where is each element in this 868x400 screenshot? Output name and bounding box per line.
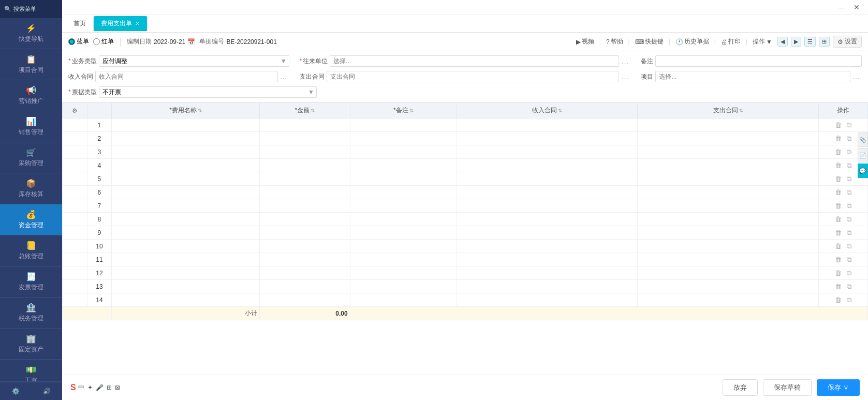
sidebar-item-finance[interactable]: 💰 资金管理 [0,204,62,235]
cell-expense-contract-4[interactable] [638,159,818,172]
cell-remark-5[interactable] [350,172,457,186]
cell-remark-13[interactable] [350,280,457,293]
biz-type-select[interactable]: ▼ [99,55,289,67]
th-expense-contract[interactable]: 支出合同 ⇅ [638,103,818,118]
cell-remark-4[interactable] [350,159,457,172]
discard-button[interactable]: 放弃 [723,379,758,396]
sidebar-item-inventory[interactable]: 📦 库存核算 [0,173,62,204]
copy-row-btn-14[interactable]: ⧉ [845,296,853,304]
counterpart-input[interactable] [330,55,619,67]
cell-income-contract-14[interactable] [457,293,638,307]
cell-expense-contract-13[interactable] [638,280,818,293]
cell-expense-contract-8[interactable] [638,213,818,226]
cell-remark-7[interactable] [350,199,457,213]
sidebar-item-invoice[interactable]: 🧾 发票管理 [0,266,62,298]
settings-btn[interactable]: ⚙ 设置 [833,36,862,48]
sidebar-settings-btn[interactable]: ⚙️ [0,382,31,400]
save-draft-button[interactable]: 保存草稿 [763,379,812,396]
th-gear[interactable]: ⚙ [63,103,87,118]
cell-expense-name-10[interactable] [112,240,260,253]
float-btn-1[interactable]: 📎 [858,132,868,147]
project-more-btn[interactable]: … [850,72,862,81]
history-btn[interactable]: 🕐 历史单据 [673,36,711,47]
copy-row-btn-12[interactable]: ⧉ [845,269,853,277]
copy-row-btn-6[interactable]: ⧉ [845,188,853,196]
sidebar-item-tax[interactable]: 🏦 税务管理 [0,298,62,329]
cell-expense-name-3[interactable] [112,145,260,159]
print-btn[interactable]: 🖨 打印 [719,36,743,47]
cell-income-contract-10[interactable] [457,240,638,253]
cell-expense-name-4[interactable] [112,159,260,172]
cell-remark-2[interactable] [350,132,457,145]
cell-income-contract-9[interactable] [457,226,638,240]
cell-expense-name-9[interactable] [112,226,260,240]
cell-expense-name-14[interactable] [112,293,260,307]
delete-row-btn-8[interactable]: 🗑 [833,215,843,223]
expense-contract-more-btn[interactable]: … [619,72,630,81]
delete-row-btn-14[interactable]: 🗑 [833,296,843,304]
copy-row-btn-7[interactable]: ⧉ [845,202,853,210]
sidebar-item-ledger[interactable]: 📒 总账管理 [0,235,62,266]
cell-amount-4[interactable] [260,159,350,172]
cell-income-contract-2[interactable] [457,132,638,145]
cell-remark-6[interactable] [350,186,457,199]
delete-row-btn-7[interactable]: 🗑 [833,202,843,210]
expense-contract-input[interactable] [327,71,620,82]
cell-amount-14[interactable] [260,293,350,307]
delete-row-btn-12[interactable]: 🗑 [833,269,843,277]
minimize-button[interactable]: — [834,2,849,12]
cell-amount-7[interactable] [260,199,350,213]
income-contract-more-btn[interactable]: … [278,72,289,81]
cell-income-contract-12[interactable] [457,266,638,280]
float-btn-green[interactable]: 💬 [858,164,868,178]
cell-expense-name-7[interactable] [112,199,260,213]
grid-view-btn[interactable]: ⊞ [819,37,830,47]
tab-close-icon[interactable]: ✕ [135,20,140,27]
cell-expense-name-1[interactable] [112,118,260,132]
sort-expense-icon[interactable]: ⇅ [739,108,743,113]
delete-row-btn-5[interactable]: 🗑 [833,175,843,183]
cell-expense-contract-5[interactable] [638,172,818,186]
copy-row-btn-2[interactable]: ⧉ [845,135,853,142]
cell-expense-name-2[interactable] [112,132,260,145]
cell-income-contract-1[interactable] [457,118,638,132]
cell-remark-10[interactable] [350,240,457,253]
remark-input[interactable] [655,55,862,67]
sort-expense-name-icon[interactable]: ⇅ [198,108,202,113]
cell-income-contract-6[interactable] [457,186,638,199]
close-button[interactable]: ✕ [849,2,864,12]
income-contract-input[interactable] [95,71,278,82]
sidebar-item-salary[interactable]: 💵 工资 [0,360,62,381]
cell-amount-1[interactable] [260,118,350,132]
counterpart-more-btn[interactable]: … [619,57,630,65]
copy-row-btn-9[interactable]: ⧉ [845,229,853,236]
float-btn-2[interactable]: 📄 [858,148,868,162]
cell-expense-contract-1[interactable] [638,118,818,132]
copy-row-btn-1[interactable]: ⧉ [845,121,853,129]
cell-expense-contract-3[interactable] [638,145,818,159]
th-remark[interactable]: *备注 ⇅ [350,103,457,118]
video-btn[interactable]: ▶ 视频 [574,36,596,47]
cell-expense-contract-14[interactable] [638,293,818,307]
help-btn[interactable]: ? 帮助 [604,36,625,47]
action-btn[interactable]: 操作 ▼ [751,36,774,47]
sidebar-item-project-contract[interactable]: 📋 项目合同 [0,49,62,80]
delete-row-btn-10[interactable]: 🗑 [833,242,843,250]
blue-bill-radio[interactable]: 蓝单 [68,37,89,46]
th-amount[interactable]: *金额 ⇅ [260,103,350,118]
cell-remark-3[interactable] [350,145,457,159]
cell-expense-name-12[interactable] [112,266,260,280]
cell-remark-8[interactable] [350,213,457,226]
cell-amount-12[interactable] [260,266,350,280]
copy-row-btn-13[interactable]: ⧉ [845,283,853,290]
delete-row-btn-6[interactable]: 🗑 [833,188,843,196]
sidebar-search-btn[interactable]: 🔍 搜索菜单 [0,0,62,18]
cell-remark-9[interactable] [350,226,457,240]
copy-row-btn-5[interactable]: ⧉ [845,175,853,183]
cell-expense-name-6[interactable] [112,186,260,199]
cell-expense-contract-7[interactable] [638,199,818,213]
calendar-icon[interactable]: 📅 [187,38,195,46]
copy-row-btn-3[interactable]: ⧉ [845,148,853,156]
cell-expense-contract-6[interactable] [638,186,818,199]
cell-amount-11[interactable] [260,253,350,266]
